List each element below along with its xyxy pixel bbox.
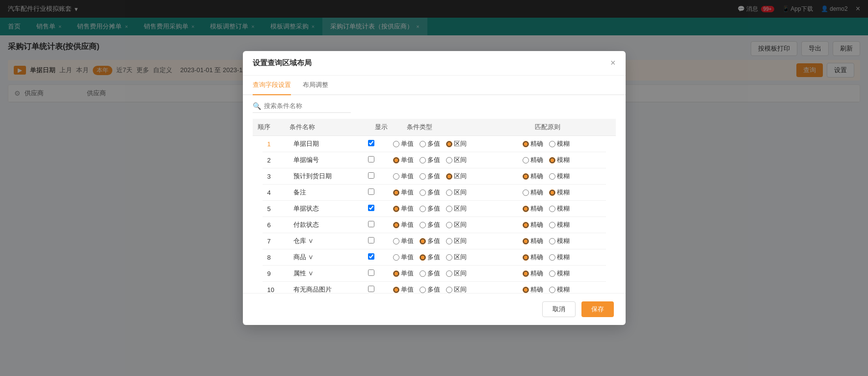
dialog-close-button[interactable]: ×	[610, 58, 616, 68]
search-box: 🔍	[253, 101, 351, 108]
dialog-header: 设置查询区域布局 ×	[243, 51, 626, 76]
tab-layout-adjust[interactable]: 布局调整	[303, 76, 328, 95]
dialog-tab-bar: 查询字段设置 布局调整	[243, 76, 626, 95]
settings-dialog: 设置查询区域布局 × 查询字段设置 布局调整 🔍 顺序 条件名称 显示	[243, 51, 626, 108]
search-input[interactable]	[261, 101, 351, 108]
modal-overlay: 设置查询区域布局 × 查询字段设置 布局调整 🔍 顺序 条件名称 显示	[0, 0, 868, 108]
dialog-title: 设置查询区域布局	[253, 58, 312, 68]
search-icon: 🔍	[253, 102, 261, 109]
tab-query-fields[interactable]: 查询字段设置	[253, 76, 291, 95]
